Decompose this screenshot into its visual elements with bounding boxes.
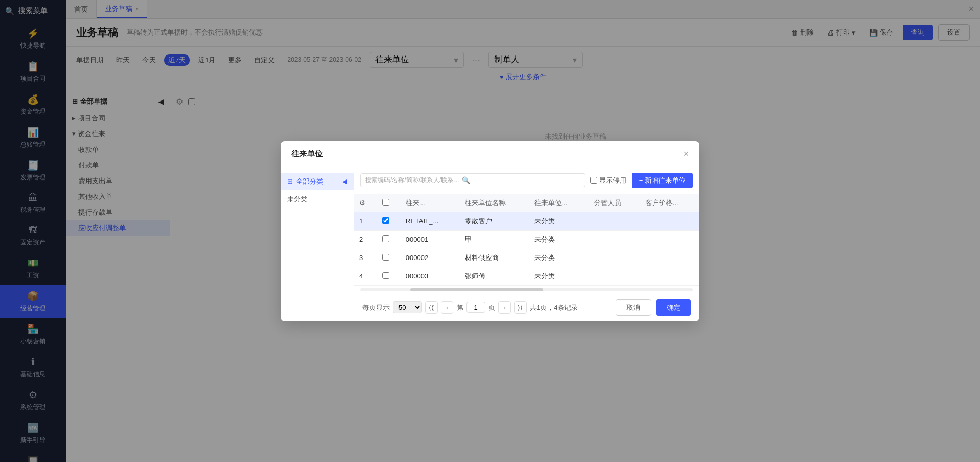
prev-page-button[interactable]: ‹ <box>441 301 453 314</box>
cancel-button[interactable]: 取消 <box>616 299 651 316</box>
col-category: 往来单位... <box>529 194 588 212</box>
page-word-pre: 第 <box>457 303 463 312</box>
modal-header: 往来单位 × <box>281 141 699 167</box>
col-settings[interactable]: ⚙ <box>354 194 377 212</box>
table-row[interactable]: 2 000001 甲 未分类 <box>354 230 699 249</box>
current-page-input[interactable] <box>466 302 485 313</box>
row-price-4 <box>640 267 699 285</box>
row-category-1: 未分类 <box>529 212 588 230</box>
row-checkbox-4[interactable] <box>377 267 401 285</box>
row-category-2: 未分类 <box>529 230 588 249</box>
row-price-2 <box>640 230 699 249</box>
col-code: 往来... <box>401 194 460 212</box>
row-checkbox-3[interactable] <box>377 249 401 267</box>
modal-close-button[interactable]: × <box>683 149 689 160</box>
modal-sidebar-uncategorized[interactable]: 未分类 <box>281 190 354 208</box>
modal-overlay[interactable]: 往来单位 × ⊞ 全部分类 ◀ 未分类 搜索编码/名称/简称/联系人/联系... <box>0 0 980 462</box>
row-name-2: 甲 <box>460 230 530 249</box>
confirm-button[interactable]: 确定 <box>656 299 691 316</box>
row-index-4: 4 <box>354 267 377 285</box>
table-row[interactable]: 3 000002 材料供应商 未分类 <box>354 249 699 267</box>
row-manager-1 <box>589 212 640 230</box>
col-checkbox[interactable] <box>377 194 401 212</box>
modal-actions: 取消 确定 <box>616 299 691 316</box>
row-code-3: 000002 <box>401 249 460 267</box>
modal-search-box[interactable]: 搜索编码/名称/简称/联系人/联系... 🔍 <box>360 173 585 187</box>
scroll-bar[interactable] <box>354 286 699 294</box>
col-price: 客户价格... <box>640 194 699 212</box>
row-name-3: 材料供应商 <box>460 249 530 267</box>
page-word: 页 <box>488 303 495 312</box>
modal-sidebar-all[interactable]: ⊞ 全部分类 ◀ <box>281 173 354 190</box>
first-page-button[interactable]: ⟨⟨ <box>425 301 438 314</box>
row-category-4: 未分类 <box>529 267 588 285</box>
counterpart-modal: 往来单位 × ⊞ 全部分类 ◀ 未分类 搜索编码/名称/简称/联系人/联系... <box>281 141 699 321</box>
row-manager-3 <box>589 249 640 267</box>
modal-footer: 每页显示 50 10 20 100 ⟨⟨ ‹ 第 页 › ⟩⟩ <box>354 294 699 321</box>
modal-select-all[interactable] <box>382 199 389 206</box>
modal-body: ⊞ 全部分类 ◀ 未分类 搜索编码/名称/简称/联系人/联系... 🔍 显示停用 <box>281 167 699 321</box>
modal-main: 搜索编码/名称/简称/联系人/联系... 🔍 显示停用 + 新增往来单位 <box>354 167 699 321</box>
row-name-4: 张师傅 <box>460 267 530 285</box>
grid-small-icon: ⊞ <box>287 177 293 185</box>
row-price-1 <box>640 212 699 230</box>
modal-sidebar-collapse-icon[interactable]: ◀ <box>342 177 347 185</box>
row-code-1: RETAIL_... <box>401 212 460 230</box>
show-disabled-label[interactable]: 显示停用 <box>590 176 626 185</box>
pagination: 每页显示 50 10 20 100 ⟨⟨ ‹ 第 页 › ⟩⟩ <box>362 301 578 314</box>
modal-data-table: ⚙ 往来... 往来单位名称 往来单位... 分管人员 客户价格... 1 RE… <box>354 194 699 286</box>
row-name-1: 零散客户 <box>460 212 530 230</box>
show-disabled-checkbox[interactable] <box>590 177 597 184</box>
total-info: 共1页，4条记录 <box>530 303 578 312</box>
row-manager-2 <box>589 230 640 249</box>
row-index-3: 3 <box>354 249 377 267</box>
row-code-2: 000001 <box>401 230 460 249</box>
table-row[interactable]: 4 000003 张师傅 未分类 <box>354 267 699 285</box>
page-size-select[interactable]: 50 10 20 100 <box>393 301 422 313</box>
modal-sidebar: ⊞ 全部分类 ◀ 未分类 <box>281 167 354 321</box>
modal-toolbar: 搜索编码/名称/简称/联系人/联系... 🔍 显示停用 + 新增往来单位 <box>354 167 699 194</box>
table-row[interactable]: 1 RETAIL_... 零散客户 未分类 <box>354 212 699 230</box>
row-category-3: 未分类 <box>529 249 588 267</box>
col-manager: 分管人员 <box>589 194 640 212</box>
page-size-label: 每页显示 <box>362 303 390 312</box>
row-checkbox-2[interactable] <box>377 230 401 249</box>
row-index-1: 1 <box>354 212 377 230</box>
row-checkbox-1[interactable] <box>377 212 401 230</box>
row-price-3 <box>640 249 699 267</box>
col-name: 往来单位名称 <box>460 194 530 212</box>
next-page-button[interactable]: › <box>498 301 511 314</box>
row-code-4: 000003 <box>401 267 460 285</box>
modal-search-placeholder: 搜索编码/名称/简称/联系人/联系... <box>365 176 459 185</box>
modal-search-icon: 🔍 <box>462 176 470 184</box>
row-index-2: 2 <box>354 230 377 249</box>
row-manager-4 <box>589 267 640 285</box>
modal-title: 往来单位 <box>291 149 323 159</box>
last-page-button[interactable]: ⟩⟩ <box>514 301 527 314</box>
add-counterpart-button[interactable]: + 新增往来单位 <box>632 173 693 188</box>
